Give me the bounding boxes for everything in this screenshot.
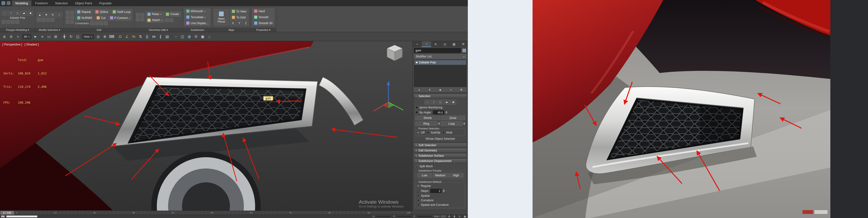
element-subobject-button[interactable]: ■ [450,100,456,105]
make-planar-button[interactable]: Make Planar [214,9,229,25]
maxscript-mini-listener-input[interactable] [6,215,37,218]
tessellate-button[interactable]: Tessellate [184,14,210,20]
snaps-toggle-icon[interactable]: Ω [117,33,123,40]
pin-stack-button[interactable]: ∨ [414,87,424,92]
method-spatial-curvature-radio[interactable] [417,204,420,206]
relax-button[interactable]: Relax [146,11,163,17]
mini-icon[interactable] [66,11,69,14]
preview-multi-radio[interactable] [442,132,445,134]
layer-explorer-icon[interactable]: ▤ [164,33,170,40]
use-pivot-center-icon[interactable]: ◎ [95,33,101,40]
constraint-none-icon[interactable] [90,21,94,25]
select-and-move-icon[interactable]: ╋ [61,33,68,40]
grow-button[interactable]: Grow [441,116,465,120]
mini-icon[interactable] [165,18,169,22]
loop-spinner[interactable] [463,122,465,125]
panel-label-modify-selection[interactable]: Modify Selection ▾ [35,28,64,32]
selection-rollout-header[interactable]: Selection [414,94,467,98]
viewport-pov-label[interactable]: [ Perspective ] [2,43,22,46]
smooth-30-button[interactable]: Smooth 30 [252,21,274,26]
subdivision-displacement-rollout-header[interactable]: Subdivision Displacement [414,159,467,163]
swift-loop-button[interactable]: Swift Loop [111,9,132,14]
select-object-icon[interactable]: ► [32,33,39,40]
by-angle-value[interactable]: 45.0 [433,110,444,114]
by-angle-spinner[interactable] [445,111,447,114]
render-setup-icon[interactable]: ⚙ [193,33,199,40]
steps-spinner[interactable] [443,189,445,192]
tab-create[interactable]: + [413,41,422,47]
panel-label-edit[interactable]: Edit [64,28,134,32]
mini-icon[interactable] [70,15,74,19]
percent-snap-icon[interactable]: % [130,33,137,40]
attach-button[interactable]: Attach [146,17,164,23]
constraint-face-icon[interactable] [99,21,103,25]
remove-modifier-button[interactable]: × [446,87,456,92]
y-coordinate-field[interactable] [397,215,412,218]
panel-label-subdivision[interactable]: Subdivision [183,28,212,32]
ribbon-tab-object-paint[interactable]: Object Paint [72,0,95,6]
maximize-viewport-icon[interactable]: ▣ [463,215,467,218]
polygon-subobject-button[interactable]: ▰ [444,100,450,105]
mini-icon[interactable] [2,20,5,24]
viewport-label[interactable]: [ Perspective ] [ Shaded ] [2,43,39,46]
edit-geometry-rollout-header[interactable]: Edit Geometry [414,148,467,153]
soft-selection-rollout-header[interactable]: Soft Selection [414,143,467,147]
tab-motion[interactable]: ◎ [440,41,450,47]
select-and-manipulate-icon[interactable]: ⊕ [102,33,108,40]
create-button[interactable]: Create [164,11,181,17]
panel-label-polygon-modeling[interactable]: Polygon Modeling ▾ [0,28,35,32]
element-mode-icon[interactable]: ■ [28,11,33,15]
keyboard-shortcut-override-icon[interactable]: ⌨ [108,33,115,40]
pan-icon[interactable]: ╋ [453,215,456,218]
mini-icon[interactable] [51,18,55,22]
method-spatial-radio[interactable] [417,194,420,197]
time-slider-track[interactable]: 0 10 20 30 40 50 60 70 80 90 100 [14,211,412,215]
angle-snap-icon[interactable]: ∠ [124,33,130,40]
ribbon-tab-selection[interactable]: Selection [52,0,71,6]
preset-low-button[interactable]: Low [417,173,432,178]
preview-subobj-radio[interactable] [427,132,429,134]
align-to-view-button[interactable]: To View [230,9,249,14]
by-angle-checkbox[interactable] [415,111,418,114]
smooth-edges-button[interactable]: Smooth [252,14,274,20]
panel-label-align[interactable]: Align [212,28,250,32]
edge-mode-icon[interactable]: / [8,11,14,15]
split-mesh-checkbox[interactable] [415,165,418,168]
tab-hierarchy[interactable]: ≋ [431,41,440,47]
shrink-selection-icon[interactable]: ▼ [43,12,49,17]
loop-button[interactable]: Loop [441,121,463,126]
unlink-selection-icon[interactable]: ⊘ [8,33,14,40]
rendered-frame-window-icon[interactable]: ▣ [199,33,206,40]
ring-button[interactable]: Ring [415,121,437,126]
orbit-icon[interactable]: ↻ [458,215,462,218]
modifier-stack[interactable]: ■ Editable Poly [414,60,466,86]
make-unique-button[interactable]: ◈ [435,87,445,92]
vertex-mode-icon[interactable]: ∴ [2,11,7,15]
mini-icon[interactable] [136,17,140,21]
tab-modify[interactable]: ◔ [422,41,431,47]
repeat-button[interactable]: Repeat [75,9,93,14]
vertex-subobject-button[interactable]: ∴ [425,100,430,105]
loop-selection-icon[interactable]: ↻ [50,12,56,17]
constraint-normal-icon[interactable] [104,21,108,25]
object-name-field[interactable] [414,48,461,53]
subdivision-surface-rollout-header[interactable]: Subdivision Surface [414,153,467,158]
steps-value[interactable]: 2 [430,189,441,193]
show-end-result-button[interactable]: ‖ [425,87,435,92]
material-editor-icon[interactable]: ◍ [186,33,192,40]
hard-edges-button[interactable]: Hard [252,9,274,14]
align-to-grid-button[interactable]: To Grid [230,15,249,20]
panel-label-geometry[interactable]: Geometry (All) ▾ [134,28,183,32]
tab-utilities[interactable]: ⚒ [459,41,468,47]
ribbon-tab-populate[interactable]: Populate [96,0,115,6]
selection-region-icon[interactable]: ▭ [46,33,52,40]
use-displacement-button[interactable]: Use Displac... [184,21,210,26]
x-coordinate-field[interactable] [376,215,392,218]
ribbon-tab-modeling[interactable]: Modeling [12,0,31,6]
reference-coordinate-system-dropdown[interactable]: View [82,34,94,39]
align-icon[interactable]: ∥ [157,33,164,40]
app-menu-icon[interactable] [1,1,5,5]
mini-icon[interactable] [169,18,173,22]
window-crossing-icon[interactable]: ⊞ [53,33,59,40]
select-and-link-icon[interactable]: & [1,33,8,40]
